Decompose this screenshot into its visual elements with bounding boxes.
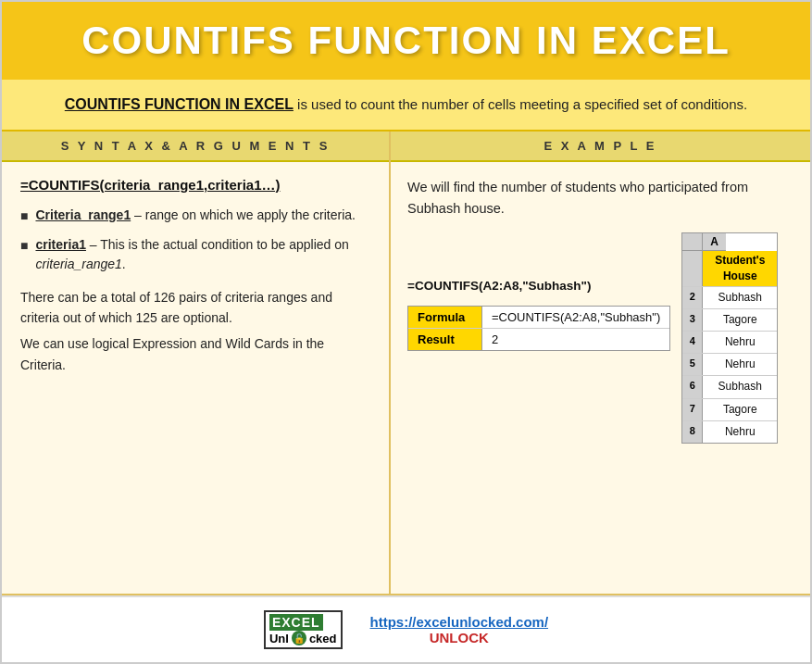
excel-col-header-row: A	[682, 233, 777, 251]
footer-url[interactable]: https://excelunlocked.com/	[370, 614, 549, 630]
bullet-item-2: criteria1 – This is the actual condition…	[20, 235, 370, 274]
bullet2-end: .	[122, 257, 126, 271]
excel-data-row-6: 6 Subhash	[682, 376, 777, 398]
logo-ocked: cked	[309, 632, 337, 645]
bullet2-content: criteria1 – This is the actual condition…	[35, 235, 370, 274]
row-num-4: 4	[682, 332, 703, 353]
header-cell-line1: Student's	[715, 254, 765, 267]
sub-header-rest: is used to count the number of cells mee…	[294, 96, 747, 112]
logo-box: EXCEL Unl 🔓 cked	[264, 610, 343, 649]
note1-text: There can be a total of 126 pairs of cri…	[20, 287, 370, 329]
header-section: COUNTIFS FUNCTION IN EXCEL	[2, 2, 810, 80]
bullet-item-1: Criteria_range1 – range on which we appl…	[20, 206, 370, 226]
excel-data-row-5: 5 Nehru	[682, 354, 777, 376]
lock-icon: 🔓	[292, 631, 306, 645]
excel-row-header: Student's House	[682, 251, 777, 287]
right-panel: E X A M P L E We will find the number of…	[391, 132, 810, 595]
excel-corner	[682, 233, 703, 251]
right-content: We will find the number of students who …	[391, 162, 810, 594]
note2-text: We can use logical Expression and Wild C…	[20, 333, 370, 375]
sub-header-bold: COUNTIFS FUNCTION IN EXCEL	[65, 96, 294, 112]
cell-6-a: Subhash	[703, 376, 777, 397]
row-num-8: 8	[682, 421, 703, 443]
row-num-6: 6	[682, 376, 703, 397]
result-row-result: Result 2	[408, 329, 669, 350]
formula-display-label: =COUNTIFS(A2:A8,"Subhash") Formula =COUN…	[407, 232, 670, 351]
result-result-value: 2	[482, 329, 669, 350]
sub-header-text: COUNTIFS FUNCTION IN EXCEL is used to co…	[30, 93, 782, 117]
syntax-panel-header: S Y N T A X & A R G U M E N T S	[2, 132, 389, 162]
logo-container: EXCEL Unl 🔓 cked	[264, 610, 343, 649]
excel-data-row-7: 7 Tagore	[682, 399, 777, 421]
header-title: COUNTIFS FUNCTION IN EXCEL	[20, 19, 792, 63]
left-content: =COUNTIFS(criteria_range1,criteria1…) Cr…	[2, 162, 389, 594]
result-result-label: Result	[408, 329, 482, 350]
excel-data-row-2: 2 Subhash	[682, 287, 777, 309]
formula-area: =COUNTIFS(A2:A8,"Subhash") Formula =COUN…	[407, 232, 793, 444]
row-num-5: 5	[682, 354, 703, 375]
left-panel: S Y N T A X & A R G U M E N T S =COUNTIF…	[2, 132, 391, 595]
excel-table: A Student's House 2	[681, 232, 778, 444]
header-cell-line2: House	[723, 269, 757, 282]
bullet2-rest: – This is the actual condition to be app…	[86, 237, 349, 252]
formula-line: =COUNTIFS(criteria_range1,criteria1…)	[20, 177, 370, 193]
excel-row-num-header	[682, 251, 703, 286]
cell-7-a: Tagore	[703, 399, 777, 420]
cell-8-a: Nehru	[703, 421, 777, 443]
footer-unlock: UNLOCK	[370, 630, 549, 645]
example-panel-header: E X A M P L E	[391, 132, 810, 162]
formula-display: =COUNTIFS(A2:A8,"Subhash")	[407, 279, 670, 293]
cell-2-a: Subhash	[703, 287, 777, 308]
logo-unl: Unl	[269, 632, 289, 645]
cell-4-a: Nehru	[703, 332, 777, 353]
main-container: COUNTIFS FUNCTION IN EXCEL COUNTIFS FUNC…	[0, 0, 812, 664]
bullet-list: Criteria_range1 – range on which we appl…	[20, 206, 370, 274]
cell-3-a: Tagore	[703, 309, 777, 331]
bullet2-italic: criteria_range1	[35, 257, 121, 271]
sub-header-section: COUNTIFS FUNCTION IN EXCEL is used to co…	[2, 80, 810, 132]
result-formula-label: Formula	[408, 307, 482, 328]
excel-data-row-3: 3 Tagore	[682, 309, 777, 332]
cell-5-a: Nehru	[703, 354, 777, 375]
content-area: S Y N T A X & A R G U M E N T S =COUNTIF…	[2, 132, 810, 595]
excel-header-cell: Student's House	[703, 251, 777, 286]
footer-section: EXCEL Unl 🔓 cked https://excelunlocked.c…	[2, 595, 810, 662]
excel-col-header-a: A	[703, 233, 726, 251]
footer-links: https://excelunlocked.com/ UNLOCK	[370, 614, 549, 645]
logo-excel-text: EXCEL	[269, 614, 323, 631]
bullet1-rest: – range on which we apply the criteria.	[131, 207, 356, 222]
row-num-7: 7	[682, 399, 703, 420]
bullet1-term: Criteria_range1	[35, 207, 131, 222]
bullet1-content: Criteria_range1 – range on which we appl…	[35, 206, 356, 225]
row-num-3: 3	[682, 309, 703, 331]
result-row-formula: Formula =COUNTIFS(A2:A8,"Subhash")	[408, 307, 669, 329]
excel-data-row-4: 4 Nehru	[682, 332, 777, 354]
result-table: Formula =COUNTIFS(A2:A8,"Subhash") Resul…	[407, 306, 670, 351]
row-num-2: 2	[682, 287, 703, 308]
bullet2-term: criteria1	[35, 237, 85, 252]
excel-data-row-8: 8 Nehru	[682, 421, 777, 443]
logo-unlocked-row: Unl 🔓 cked	[269, 631, 337, 645]
result-formula-value: =COUNTIFS(A2:A8,"Subhash")	[482, 307, 669, 328]
example-description: We will find the number of students who …	[407, 177, 793, 219]
